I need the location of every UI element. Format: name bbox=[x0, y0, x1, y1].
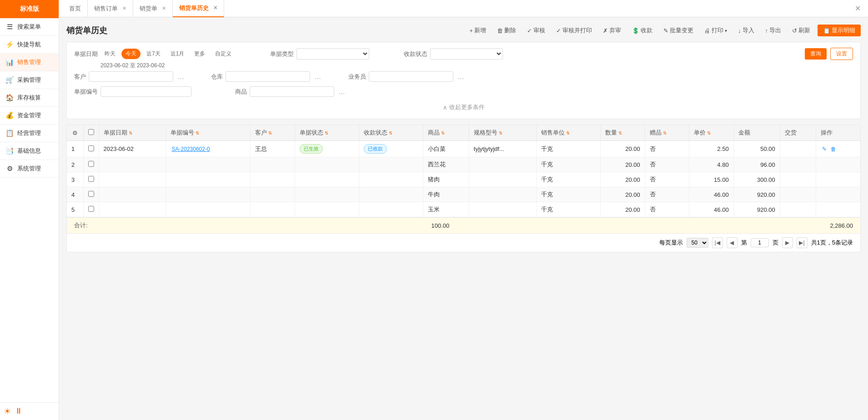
settings-filter-button[interactable]: 设置 bbox=[830, 48, 853, 60]
th-gift-sort[interactable]: ⇅ bbox=[663, 130, 667, 135]
doc-number-link[interactable] bbox=[171, 162, 173, 168]
tab-sales-delivery-close[interactable]: ✕ bbox=[162, 5, 166, 11]
sidebar-item-inventory[interactable]: 🏠 库存核算 bbox=[0, 89, 59, 107]
th-doc-status[interactable]: 单据状态 ⇅ bbox=[295, 125, 359, 141]
sidebar-item-basic-info[interactable]: 📑 基础信息 bbox=[0, 142, 59, 160]
th-doc-date-sort[interactable]: ⇅ bbox=[129, 130, 132, 135]
warehouse-input[interactable] bbox=[226, 71, 310, 82]
print-button[interactable]: 🖨 打印 ▾ bbox=[701, 25, 731, 36]
date-chip-7days[interactable]: 近7天 bbox=[142, 49, 165, 59]
cell-checkbox[interactable] bbox=[83, 187, 99, 202]
sidebar-collapse-btn[interactable]: ⏸ bbox=[15, 406, 23, 416]
th-goods[interactable]: 商品 ⇅ bbox=[423, 125, 469, 141]
tab-sales-order-close[interactable]: ✕ bbox=[122, 5, 126, 11]
delete-button[interactable]: 🗑 删除 bbox=[493, 25, 520, 36]
row-checkbox[interactable] bbox=[88, 161, 94, 167]
cell-doc-number[interactable] bbox=[166, 172, 251, 187]
doc-type-select[interactable] bbox=[296, 48, 369, 60]
goods-input[interactable] bbox=[250, 86, 334, 97]
salesperson-input[interactable] bbox=[369, 71, 453, 82]
th-payment-status-sort[interactable]: ⇅ bbox=[389, 130, 392, 135]
per-page-select[interactable]: 50 bbox=[687, 238, 708, 248]
th-doc-number-sort[interactable]: ⇅ bbox=[196, 130, 199, 135]
last-page-btn[interactable]: ▶| bbox=[797, 237, 808, 248]
import-button[interactable]: ↓ 导入 bbox=[734, 25, 758, 36]
collapse-filter-btn[interactable]: ∧ 收起更多条件 bbox=[74, 101, 853, 113]
th-doc-status-sort[interactable]: ⇅ bbox=[325, 130, 328, 135]
th-doc-date[interactable]: 单据日期 ⇅ bbox=[99, 125, 166, 141]
sidebar-item-sales-mgmt[interactable]: 📊 销售管理 bbox=[0, 54, 59, 71]
date-chip-custom[interactable]: 自定义 bbox=[211, 49, 236, 59]
th-qty-sort[interactable]: ⇅ bbox=[618, 130, 622, 135]
th-spec-type[interactable]: 规格型号 ⇅ bbox=[469, 125, 536, 141]
sidebar-settings-btn[interactable]: ☀ bbox=[4, 406, 11, 416]
action-编辑[interactable]: ✎ bbox=[821, 146, 828, 152]
next-page-btn[interactable]: ▶ bbox=[782, 237, 793, 248]
doc-number-link[interactable]: SA-20230602-0 bbox=[171, 146, 211, 152]
collect-button[interactable]: 💲 收款 bbox=[628, 25, 656, 36]
th-payment-status[interactable]: 收款状态 ⇅ bbox=[359, 125, 423, 141]
th-checkbox[interactable] bbox=[83, 125, 99, 141]
audit-print-button[interactable]: ✓ 审核并打印 bbox=[552, 25, 596, 36]
doc-number-link[interactable] bbox=[171, 177, 173, 183]
show-detail-button[interactable]: 📋 显示明细 bbox=[818, 25, 861, 36]
sidebar-item-purchase-mgmt[interactable]: 🛒 采购管理 bbox=[0, 71, 59, 89]
action-删除[interactable]: 🗑 bbox=[829, 146, 838, 152]
sidebar-item-finance-mgmt[interactable]: 💰 资金管理 bbox=[0, 107, 59, 125]
salesperson-dots[interactable]: ... bbox=[456, 73, 466, 81]
sidebar-item-quick-nav[interactable]: ⚡ 快捷导航 bbox=[0, 36, 59, 54]
doc-number-link[interactable] bbox=[171, 192, 173, 198]
row-checkbox[interactable] bbox=[88, 206, 94, 212]
refresh-button[interactable]: ↺ 刷新 bbox=[788, 25, 814, 36]
th-customer-sort[interactable]: ⇅ bbox=[268, 130, 272, 135]
tab-sales-history[interactable]: 销货单历史 ✕ bbox=[173, 0, 224, 17]
doc-number-input[interactable] bbox=[100, 86, 191, 97]
cell-checkbox[interactable] bbox=[83, 172, 99, 187]
th-spec-type-sort[interactable]: ⇅ bbox=[499, 130, 502, 135]
add-button[interactable]: + 新增 bbox=[466, 25, 490, 36]
cell-doc-number[interactable]: SA-20230602-0 bbox=[166, 141, 251, 157]
tab-sales-history-close[interactable]: ✕ bbox=[213, 5, 217, 11]
tab-sales-delivery[interactable]: 销货单 ✕ bbox=[133, 0, 173, 17]
th-unit-price-sort[interactable]: ⇅ bbox=[707, 130, 711, 135]
th-gift[interactable]: 赠品 ⇅ bbox=[645, 125, 689, 141]
th-qty[interactable]: 数量 ⇅ bbox=[601, 125, 645, 141]
th-unit-price[interactable]: 单价 ⇅ bbox=[689, 125, 733, 141]
cell-doc-number[interactable] bbox=[166, 202, 251, 217]
customer-dots[interactable]: ... bbox=[176, 73, 186, 81]
th-customer[interactable]: 客户 ⇅ bbox=[251, 125, 295, 141]
th-sales-unit-sort[interactable]: ⇅ bbox=[566, 130, 570, 135]
sidebar-item-ops-mgmt[interactable]: 📋 经营管理 bbox=[0, 125, 59, 142]
sidebar-item-system-mgmt[interactable]: ⚙ 系统管理 bbox=[0, 160, 59, 178]
date-chip-1month[interactable]: 近1月 bbox=[166, 49, 189, 59]
row-checkbox[interactable] bbox=[88, 191, 94, 197]
tab-home[interactable]: 首页 bbox=[63, 0, 88, 17]
date-chip-today[interactable]: 今天 bbox=[121, 49, 140, 59]
th-doc-number[interactable]: 单据编号 ⇅ bbox=[166, 125, 251, 141]
row-checkbox[interactable] bbox=[88, 176, 94, 182]
tab-bar-close[interactable]: ✕ bbox=[851, 4, 864, 13]
select-all-checkbox[interactable] bbox=[88, 129, 94, 135]
page-number-input[interactable] bbox=[751, 238, 769, 247]
cell-doc-number[interactable] bbox=[166, 187, 251, 202]
cell-doc-number[interactable] bbox=[166, 157, 251, 172]
cell-checkbox[interactable] bbox=[83, 141, 99, 157]
row-checkbox[interactable] bbox=[88, 145, 94, 151]
first-page-btn[interactable]: |◀ bbox=[712, 237, 723, 248]
abandon-button[interactable]: ✗ 弃审 bbox=[599, 25, 625, 36]
query-button[interactable]: 查询 bbox=[805, 48, 827, 60]
th-sales-unit[interactable]: 销售单位 ⇅ bbox=[537, 125, 601, 141]
cell-checkbox[interactable] bbox=[83, 157, 99, 172]
customer-input[interactable] bbox=[89, 71, 173, 82]
cell-checkbox[interactable] bbox=[83, 202, 99, 217]
date-chip-yesterday[interactable]: 昨天 bbox=[100, 49, 120, 59]
batch-change-button[interactable]: ✎ 批量变更 bbox=[660, 25, 697, 36]
audit-button[interactable]: ✓ 审核 bbox=[523, 25, 549, 36]
tab-sales-order[interactable]: 销售订单 ✕ bbox=[88, 0, 133, 17]
th-settings[interactable]: ⚙ bbox=[67, 125, 83, 141]
goods-dots[interactable]: ... bbox=[337, 88, 346, 96]
prev-page-btn[interactable]: ◀ bbox=[727, 237, 738, 248]
sidebar-item-search-menu[interactable]: ☰ 搜索菜单 bbox=[0, 18, 59, 36]
payment-status-select[interactable] bbox=[430, 48, 503, 60]
th-goods-sort[interactable]: ⇅ bbox=[441, 130, 445, 135]
